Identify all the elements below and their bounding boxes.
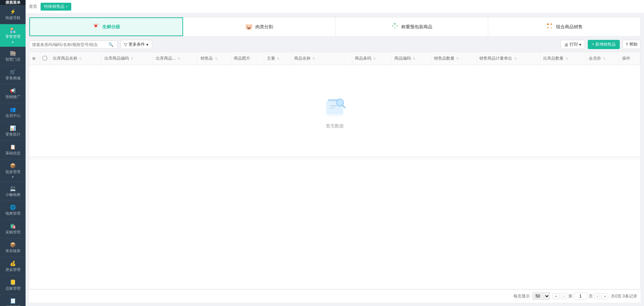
sidebar-item-label: 总账管理 — [5, 286, 20, 291]
tab-weigh-pack-label: 称重预包装商品 — [401, 24, 432, 30]
home-link[interactable]: 首页 — [29, 4, 37, 10]
fresh-grade-icon — [92, 22, 100, 31]
sidebar-item-ecom-mgmt[interactable]: 🌐 电商管理 — [0, 201, 26, 220]
sidebar-item-inventory[interactable]: 📦 库存核算 — [0, 239, 26, 257]
sidebar-item-label: 资金管理 — [5, 267, 20, 272]
sidebar-logo[interactable]: 搜索菜单 — [0, 0, 26, 5]
small-store-icon: 💻 — [10, 186, 16, 191]
filter-button[interactable]: ▽ 更多条件 ▾ — [120, 40, 152, 49]
search-input[interactable] — [32, 42, 107, 47]
add-button[interactable]: + 新增销售品 — [588, 40, 620, 49]
sidebar-item-finance-mgmt[interactable]: 💰 资金管理 — [0, 257, 26, 276]
print-button[interactable]: 🖨 打印 ▾ — [560, 40, 585, 49]
page-suffix: 页 — [589, 293, 593, 299]
select-all-checkbox[interactable] — [43, 56, 47, 60]
svg-point-9 — [547, 27, 549, 29]
sidebar-item-label: 基础信息 — [5, 151, 20, 156]
retail-mall-icon: 🛒 — [10, 69, 16, 75]
col-gross-weight[interactable]: 主量 ⇅ — [264, 52, 291, 65]
general-ledger-icon: 📒 — [10, 279, 16, 285]
sidebar-item-retail-stats[interactable]: 📊 零售统计 — [0, 122, 26, 141]
weigh-pack-icon — [391, 22, 399, 31]
sidebar-item-wholesale-mgmt[interactable]: 📦 批发管理 ▼ — [0, 159, 26, 182]
col-sale-goods[interactable]: 销售品 ⇅ — [198, 52, 231, 65]
col-settings[interactable]: ⚙ — [29, 52, 40, 65]
svg-point-0 — [94, 25, 97, 27]
col-label: 销售品数量 — [434, 56, 454, 61]
data-table: ⚙ 出库商品名称 ⇅ 出库商品编码 ⇅ 出库商品 — [29, 52, 640, 65]
tab-weigh-pack[interactable]: 称重预包装商品 — [335, 17, 488, 36]
sidebar-item-smart-store[interactable]: 🏬 智慧门店 — [0, 47, 26, 66]
sidebar-item-marketing[interactable]: 📢 营销推广 — [0, 85, 26, 103]
tab-combo-sale[interactable]: 组合商品销售 — [488, 17, 641, 36]
sidebar-item-label: 发票管理 — [5, 305, 20, 306]
sidebar-item-retail-mall[interactable]: 🛒 零售商城 — [0, 66, 26, 85]
col-barcode[interactable]: 商品条码 ⇅ — [352, 52, 391, 65]
ecom-mgmt-icon: 🌐 — [10, 204, 16, 210]
sidebar-item-purchase-mgmt[interactable]: 🛍️ 采购管理 — [0, 220, 26, 239]
prev-page-button[interactable]: ‹ — [561, 293, 567, 299]
print-label: 打印 — [570, 42, 578, 47]
sort-icon: ⇅ — [413, 57, 415, 60]
sidebar-item-small-store[interactable]: 💻 小畅电商 — [0, 182, 26, 201]
col-label: 操作 — [622, 56, 630, 61]
smart-store-icon: 🏬 — [10, 50, 16, 56]
empty-text: 暂无数据 — [326, 123, 344, 129]
tab-fresh-grade-label: 生鲜分级 — [102, 24, 120, 30]
col-out-qty[interactable]: 出库品数量 ⇅ — [540, 52, 586, 65]
col-out-goods-name[interactable]: 出库商品名称 ⇅ — [50, 52, 101, 65]
basic-info-icon: 📋 — [10, 144, 16, 150]
sidebar-item-label: 零售商城 — [5, 76, 20, 81]
filter-chevron: ▾ — [146, 42, 148, 47]
sidebar-item-invoice-mgmt[interactable]: 🧾 发票管理 — [0, 295, 26, 306]
col-out-goods-code[interactable]: 出库商品编码 ⇅ — [101, 52, 153, 65]
col-label: 出库品数量 — [543, 56, 564, 61]
active-tab-tag[interactable]: 特殊销售品 × — [41, 3, 71, 11]
col-label: 出库商品名称 — [53, 56, 77, 61]
sidebar-item-member-center[interactable]: 👥 会员中心 — [0, 103, 26, 122]
sort-icon: ⇅ — [603, 57, 605, 60]
sidebar-item-label: 智慧门店 — [5, 57, 20, 62]
sidebar-item-basic-info[interactable]: 📋 基础信息 — [0, 141, 26, 159]
col-sale-unit[interactable]: 销售商品计量单位 ⇅ — [477, 52, 540, 65]
col-checkbox[interactable] — [40, 52, 50, 65]
sidebar-item-label: 零售管理 — [5, 34, 20, 39]
table-scroll-bar[interactable] — [29, 156, 640, 160]
svg-point-5 — [396, 25, 398, 27]
svg-point-6 — [394, 27, 395, 29]
main-content: 首页 特殊销售品 × 生鲜分级 🐷 肉类分割 — [26, 0, 644, 306]
tab-meat-cut[interactable]: 🐷 肉类分割 — [183, 17, 336, 36]
last-page-button[interactable]: » — [601, 293, 608, 299]
pagination: 每页显示 50 10 20 100 « ‹ 第 页 › » 共0页 0条记录 — [29, 289, 641, 303]
inventory-icon: 📦 — [10, 242, 16, 247]
help-icon: ? — [626, 42, 628, 47]
col-sale-qty[interactable]: 销售品数量 ⇅ — [431, 52, 477, 65]
page-label: 第 — [568, 293, 572, 299]
svg-point-4 — [392, 25, 393, 27]
col-goods-img: 商品图片 — [231, 52, 264, 65]
col-member-price[interactable]: 会员价 ⇅ — [586, 52, 619, 65]
first-page-button[interactable]: « — [553, 293, 559, 299]
per-page-select[interactable]: 50 10 20 100 — [533, 292, 550, 300]
svg-point-3 — [394, 23, 395, 25]
sidebar-item-retail-mgmt[interactable]: 🏪 零售管理 ▲ — [0, 24, 26, 47]
marketing-icon: 📢 — [10, 88, 16, 93]
col-goods-code[interactable]: 商品编码 ⇅ — [391, 52, 431, 65]
chevron-icon: ▲ — [12, 40, 14, 43]
col-operation: 操作 — [619, 52, 640, 65]
quick-nav-icon: ⚡ — [10, 9, 16, 14]
sidebar-item-quick-nav[interactable]: ⚡ 快捷导航 — [0, 5, 26, 24]
page-input[interactable] — [574, 293, 587, 300]
add-label: + 新增销售品 — [592, 42, 616, 47]
sidebar-item-general-ledger[interactable]: 📒 总账管理 — [0, 276, 26, 295]
next-page-button[interactable]: › — [594, 293, 600, 299]
sidebar-item-label: 营销推广 — [5, 94, 20, 100]
col-goods-name[interactable]: 商品名称 ⇅ — [291, 52, 352, 65]
help-button[interactable]: ? 帮助 — [623, 40, 641, 49]
sidebar-item-label: 电商管理 — [5, 211, 20, 216]
tab-fresh-grade[interactable]: 生鲜分级 — [29, 17, 183, 36]
close-tab-icon[interactable]: × — [66, 5, 68, 9]
col-out-goods-spec[interactable]: 出库商品... ⇅ — [153, 52, 198, 65]
search-box[interactable]: 🔍 — [29, 41, 118, 49]
sidebar-item-label: 会员中心 — [5, 113, 20, 118]
